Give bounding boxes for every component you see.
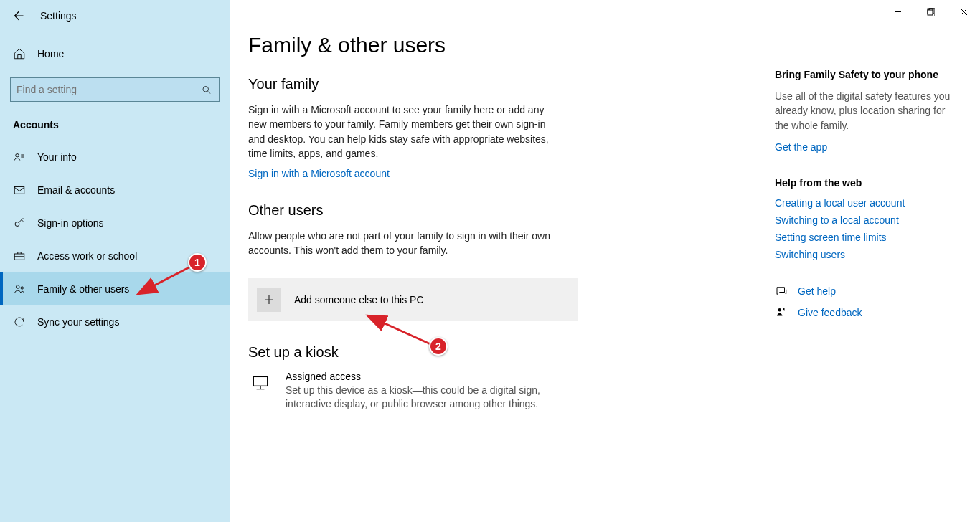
signin-ms-link[interactable]: Sign in with a Microsoft account bbox=[248, 168, 578, 179]
svg-point-1 bbox=[16, 154, 19, 158]
home-icon bbox=[13, 47, 26, 60]
nav-label: Your info bbox=[37, 151, 77, 163]
svg-rect-7 bbox=[253, 376, 268, 386]
right-column: Bring Family Safety to your phone Use al… bbox=[775, 33, 961, 522]
get-help-link[interactable]: Get help bbox=[798, 285, 836, 297]
kiosk-heading: Set up a kiosk bbox=[248, 344, 578, 361]
nav-family-other-users[interactable]: Family & other users bbox=[0, 272, 230, 305]
add-someone-button[interactable]: Add someone else to this PC bbox=[248, 278, 578, 321]
assigned-access-title: Assigned access bbox=[286, 371, 544, 382]
nav-your-info[interactable]: Your info bbox=[0, 141, 230, 174]
help-link[interactable]: Switching to a local account bbox=[775, 214, 954, 226]
search-box[interactable] bbox=[10, 77, 220, 102]
nav-label: Sync your settings bbox=[37, 316, 119, 328]
svg-rect-11 bbox=[928, 10, 933, 15]
page-title: Family & other users bbox=[248, 33, 578, 57]
main: Family & other users Your family Sign in… bbox=[230, 0, 980, 522]
nav-sync-settings[interactable]: Sync your settings bbox=[0, 305, 230, 338]
window-title: Settings bbox=[40, 10, 77, 22]
sync-icon bbox=[13, 315, 26, 328]
feedback-link[interactable]: Give feedback bbox=[798, 307, 862, 318]
people-icon bbox=[13, 283, 26, 295]
family-safety-title: Bring Family Safety to your phone bbox=[775, 69, 954, 80]
get-app-link[interactable]: Get the app bbox=[775, 141, 954, 153]
nav-label: Family & other users bbox=[37, 283, 129, 295]
other-users-heading: Other users bbox=[248, 202, 578, 219]
help-link[interactable]: Switching users bbox=[775, 249, 954, 260]
person-card-icon bbox=[13, 151, 26, 163]
assigned-access-row[interactable]: Assigned access Set up this device as a … bbox=[248, 371, 578, 412]
nav-email-accounts[interactable]: Email & accounts bbox=[0, 174, 230, 207]
your-family-text: Sign in with a Microsoft account to see … bbox=[248, 103, 564, 161]
help-link[interactable]: Setting screen time limits bbox=[775, 232, 954, 243]
search-input[interactable] bbox=[17, 84, 200, 95]
your-family-heading: Your family bbox=[248, 76, 578, 92]
nav-signin-options[interactable]: Sign-in options bbox=[0, 207, 230, 239]
window-controls bbox=[881, 0, 980, 23]
help-link[interactable]: Creating a local user account bbox=[775, 197, 954, 209]
nav-home[interactable]: Home bbox=[0, 37, 230, 70]
briefcase-icon bbox=[13, 250, 26, 262]
assigned-access-desc: Set up this device as a kiosk—this could… bbox=[286, 384, 544, 412]
nav-home-label: Home bbox=[37, 48, 64, 60]
nav-label: Email & accounts bbox=[37, 184, 115, 196]
add-someone-label: Add someone else to this PC bbox=[294, 294, 424, 305]
maximize-button[interactable] bbox=[914, 0, 947, 23]
sidebar: Settings Home Accounts Your info Email &… bbox=[0, 0, 230, 522]
feedback-icon bbox=[775, 306, 788, 319]
plus-icon bbox=[257, 288, 281, 312]
back-icon[interactable] bbox=[11, 9, 24, 22]
key-icon bbox=[13, 217, 26, 229]
nav-label: Access work or school bbox=[37, 250, 137, 262]
monitor-icon bbox=[251, 374, 270, 392]
svg-point-5 bbox=[17, 285, 20, 289]
search-icon bbox=[200, 85, 213, 95]
get-help-row[interactable]: Get help bbox=[775, 285, 954, 298]
svg-point-0 bbox=[203, 86, 209, 92]
sidebar-section: Accounts bbox=[0, 102, 230, 141]
svg-point-8 bbox=[778, 308, 782, 312]
help-web-title: Help from the web bbox=[775, 177, 954, 189]
minimize-button[interactable] bbox=[881, 0, 914, 23]
nav-access-work-school[interactable]: Access work or school bbox=[0, 239, 230, 272]
mail-icon bbox=[13, 184, 26, 196]
family-safety-text: Use all of the digital safety features y… bbox=[775, 89, 954, 133]
feedback-row[interactable]: Give feedback bbox=[775, 306, 954, 319]
svg-rect-2 bbox=[14, 187, 24, 194]
svg-point-6 bbox=[21, 287, 23, 289]
other-users-text: Allow people who are not part of your fa… bbox=[248, 229, 564, 258]
chat-icon bbox=[775, 285, 788, 298]
nav-label: Sign-in options bbox=[37, 217, 104, 229]
svg-point-3 bbox=[15, 222, 19, 227]
close-button[interactable] bbox=[947, 0, 980, 23]
